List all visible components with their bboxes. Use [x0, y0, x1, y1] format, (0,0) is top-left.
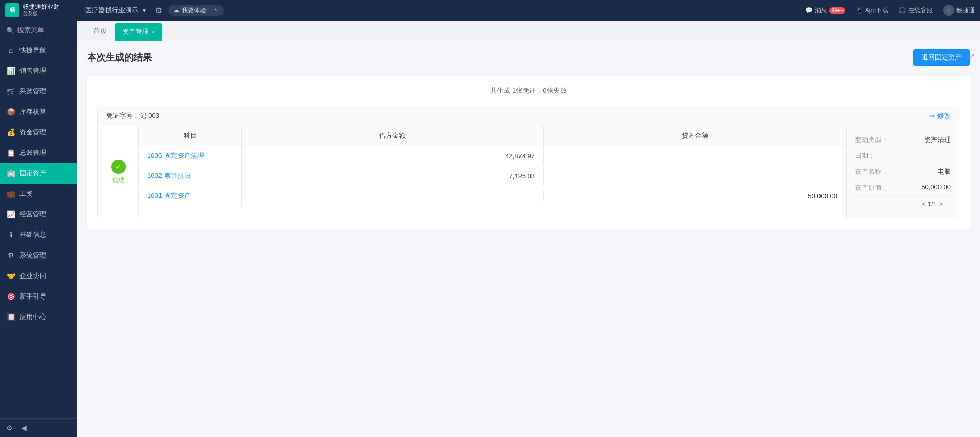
change-type-value: 资产清理 — [924, 135, 951, 145]
sidebar-item-quick-nav[interactable]: ⌂ 快捷导航 — [0, 40, 77, 61]
tab-close-icon[interactable]: × — [152, 29, 155, 35]
user-menu[interactable]: 👤 畅捷通 — [943, 5, 975, 16]
online-service-button[interactable]: 🎧 在线客服 — [898, 6, 933, 15]
page-header: 本次生成的结果 返回固定资产 — [87, 49, 970, 66]
tab-home-label: 首页 — [93, 27, 107, 34]
original-value-label: 资产原值： — [855, 183, 888, 192]
success-label: 成功 — [112, 176, 125, 185]
account-cell-3: 1601 固定资产 — [139, 186, 242, 206]
sidebar-item-app-center[interactable]: 🔲 应用中心 — [0, 307, 77, 327]
voucher-section: 凭证字号：记-003 ✏ 修改 ✓ 成功 — [97, 106, 959, 218]
feedback-button[interactable]: ☁ 我要体验一下 — [168, 5, 224, 16]
settings-icon[interactable]: ⚙ — [6, 424, 13, 432]
online-service-label: 在线客服 — [908, 6, 933, 15]
collapse-icon[interactable]: ◀ — [21, 424, 27, 432]
app-center-icon: 🔲 — [6, 312, 15, 322]
app-download-label: App下载 — [865, 6, 888, 15]
asset-name-value: 电脑 — [937, 167, 951, 176]
messages-badge: 99++ — [829, 7, 845, 14]
company-name: 医疗器械行业演示 — [85, 6, 138, 15]
account-cell-1: 1606 固定资产清理 — [139, 146, 242, 166]
expand-icon[interactable]: ⤢ — [968, 51, 975, 61]
side-panel-change-type: 变动类型： 资产清理 — [855, 132, 951, 148]
sidebar-item-label: 总账管理 — [19, 148, 46, 157]
voucher-table: ✓ 成功 科目 借方金额 贷方金额 1606 固定资产清理 — [98, 126, 959, 218]
payroll-icon: 💼 — [6, 189, 15, 198]
table-row: 1606 固定资产清理 42,874.97 — [139, 146, 846, 166]
sidebar-item-label: 基础信息 — [19, 230, 46, 240]
change-type-label: 变动类型： — [855, 135, 888, 145]
sidebar-item-label: 销售管理 — [19, 66, 46, 75]
search-menu[interactable]: 🔍 搜索菜单 — [0, 21, 77, 40]
content-wrapper: 首页 资产管理 × ✕ ⤢ 本次生成的结果 返回固定资产 共生成 1张凭证，0张… — [77, 21, 980, 437]
sidebar-item-fund[interactable]: 💰 资金管理 — [0, 122, 77, 143]
page-title: 本次生成的结果 — [87, 51, 152, 64]
sidebar-item-label: 固定资产 — [19, 169, 46, 178]
main-layout: 🔍 搜索菜单 ⌂ 快捷导航 📊 销售管理 🛒 采购管理 📦 库存核算 💰 资金管… — [0, 21, 980, 437]
download-icon: 📱 — [855, 7, 863, 14]
result-container: 共生成 1张凭证，0张失败 凭证字号：记-003 ✏ 修改 ✓ 成功 — [87, 76, 970, 229]
table-header: 科目 借方金额 贷方金额 — [139, 126, 846, 146]
enterprise-icon: 🤝 — [6, 271, 15, 281]
inventory-icon: 📦 — [6, 107, 15, 116]
col-debit: 借方金额 — [242, 126, 544, 146]
sidebar-item-enterprise[interactable]: 🤝 企业协同 — [0, 266, 77, 286]
side-panel: 变动类型： 资产清理 日期： 资产名称： 电脑 — [846, 126, 959, 218]
page-content: 本次生成的结果 返回固定资产 共生成 1张凭证，0张失败 凭证字号：记-003 … — [77, 41, 980, 437]
sidebar-item-label: 采购管理 — [19, 87, 46, 96]
messages-label: 消息 — [815, 6, 827, 15]
sidebar-item-basic-info[interactable]: ℹ 基础信息 — [0, 225, 77, 245]
service-icon: 🎧 — [898, 7, 906, 14]
sidebar-item-ledger[interactable]: 📋 总账管理 — [0, 143, 77, 163]
fixed-assets-icon: 🏢 — [6, 169, 15, 178]
feedback-icon: ☁ — [173, 7, 179, 14]
gear-icon[interactable]: ⚙ — [155, 6, 162, 15]
tab-home[interactable]: 首页 — [85, 22, 115, 41]
fund-icon: 💰 — [6, 128, 15, 137]
col-account: 科目 — [139, 126, 242, 146]
sidebar: 🔍 搜索菜单 ⌂ 快捷导航 📊 销售管理 🛒 采购管理 📦 库存核算 💰 资金管… — [0, 21, 77, 437]
sidebar-item-operation[interactable]: 📈 经营管理 — [0, 204, 77, 225]
close-icon[interactable]: ✕ — [956, 51, 963, 61]
sidebar-item-newbie[interactable]: 🎯 新手引导 — [0, 286, 77, 307]
debit-cell-2: 7,125.03 — [242, 167, 544, 185]
logo-subtitle: 普及版 — [23, 10, 59, 17]
sidebar-item-sales[interactable]: 📊 销售管理 — [0, 61, 77, 81]
sidebar-bottom: ⚙ ◀ — [0, 418, 77, 437]
original-value-value: 50,000.00 — [921, 183, 951, 192]
company-selector[interactable]: 医疗器械行业演示 ▼ — [77, 6, 155, 15]
edit-icon: ✏ — [930, 112, 935, 120]
sidebar-item-label: 快捷导航 — [19, 46, 46, 55]
sidebar-item-fixed-assets[interactable]: 🏢 固定资产 — [0, 163, 77, 184]
basic-info-icon: ℹ — [6, 230, 15, 240]
messages-button[interactable]: 💬 消息 99++ — [805, 6, 845, 15]
app-download-button[interactable]: 📱 App下载 — [855, 6, 888, 15]
logo-icon: 畅 — [5, 3, 19, 17]
edit-button[interactable]: ✏ 修改 — [930, 111, 951, 121]
sidebar-item-system[interactable]: ⚙ 系统管理 — [0, 245, 77, 266]
sidebar-item-inventory[interactable]: 📦 库存核算 — [0, 102, 77, 122]
tab-asset-management[interactable]: 资产管理 × — [115, 23, 162, 41]
debit-cell-1: 42,874.97 — [242, 147, 544, 165]
sidebar-item-label: 资金管理 — [19, 128, 46, 137]
sidebar-item-label: 系统管理 — [19, 251, 46, 260]
table-body: 1606 固定资产清理 42,874.97 1602 累计折旧 7,125.03 — [139, 146, 846, 206]
sidebar-item-payroll[interactable]: 💼 工资 — [0, 184, 77, 204]
edit-label: 修改 — [937, 111, 951, 121]
sidebar-item-purchase[interactable]: 🛒 采购管理 — [0, 81, 77, 102]
avatar: 👤 — [943, 5, 954, 16]
col-credit: 贷方金额 — [544, 126, 846, 146]
sidebar-item-label: 库存核算 — [19, 107, 46, 116]
top-bar: 畅 畅捷通好业财 普及版 医疗器械行业演示 ▼ ⚙ ☁ 我要体验一下 💬 消息 … — [0, 0, 980, 21]
sidebar-item-label: 企业协同 — [19, 271, 46, 281]
pagination[interactable]: < 1/1 > — [855, 196, 951, 212]
modal-controls: ✕ ⤢ — [956, 51, 975, 61]
newbie-icon: 🎯 — [6, 292, 15, 301]
search-icon: 🔍 — [6, 27, 14, 34]
side-panel-original-value: 资产原值： 50,000.00 — [855, 180, 951, 196]
side-panel-date: 日期： — [855, 148, 951, 164]
account-cell-2: 1602 累计折旧 — [139, 166, 242, 186]
voucher-header: 凭证字号：记-003 ✏ 修改 — [98, 106, 959, 126]
result-summary: 共生成 1张凭证，0张失败 — [97, 86, 959, 95]
table-main: 科目 借方金额 贷方金额 1606 固定资产清理 42,874.97 — [139, 126, 846, 218]
